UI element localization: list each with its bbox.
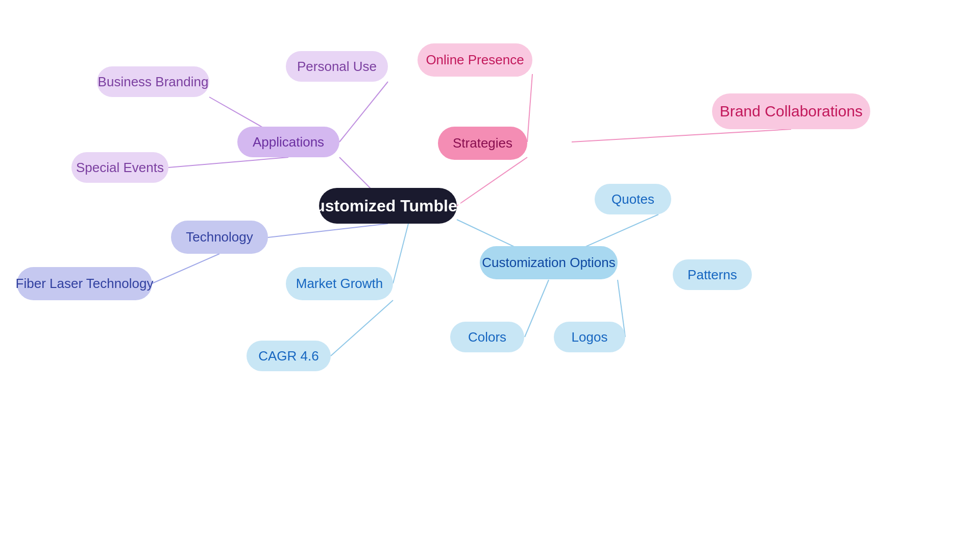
online-presence-node: Online Presence — [418, 43, 532, 77]
svg-line-5 — [527, 74, 532, 142]
svg-line-7 — [268, 224, 388, 237]
brand-collaborations-node: Brand Collaborations — [712, 93, 870, 129]
colors-node: Colors — [450, 322, 524, 352]
svg-line-3 — [168, 157, 288, 167]
svg-line-8 — [152, 254, 219, 283]
svg-line-9 — [393, 224, 408, 283]
market-growth-node: Market Growth — [286, 267, 393, 300]
svg-line-14 — [525, 280, 549, 337]
svg-line-6 — [572, 129, 791, 142]
quotes-node: Quotes — [595, 184, 671, 214]
fiber-laser-node: Fiber Laser Technology — [17, 267, 152, 300]
svg-line-1 — [339, 82, 388, 142]
patterns-node: Patterns — [673, 259, 752, 290]
logos-node: Logos — [554, 322, 625, 352]
svg-line-10 — [331, 300, 393, 356]
personal-use-node: Personal Use — [286, 51, 388, 82]
strategies-node: Strategies — [438, 127, 527, 160]
customization-options-node: Customization Options — [480, 246, 618, 279]
cagr-node: CAGR 4.6 — [247, 341, 331, 371]
technology-node: Technology — [171, 221, 268, 254]
applications-node: Applications — [237, 127, 339, 157]
business-branding-node: Business Branding — [97, 66, 209, 97]
special-events-node: Special Events — [71, 152, 168, 183]
center-node: Customized Tumblers — [319, 188, 457, 224]
